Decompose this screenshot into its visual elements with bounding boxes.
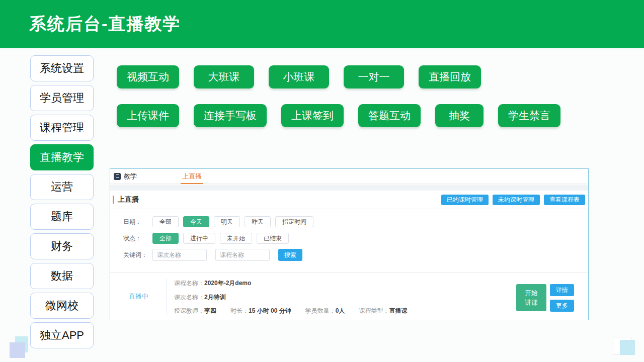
sidebar-item-micro-school[interactable]: 微网校 <box>30 293 94 319</box>
feature-live-replay[interactable]: 直播回放 <box>419 65 481 88</box>
detail-button[interactable]: 详情 <box>550 284 574 296</box>
feature-one-on-one[interactable]: 一对一 <box>344 65 404 88</box>
app-name: 教学 <box>124 172 137 181</box>
keyword-filter-row: 关键词： 搜索 <box>123 249 313 261</box>
date-option-today[interactable]: 今天 <box>183 216 209 227</box>
feature-quiz-interaction[interactable]: 答题互动 <box>358 104 421 127</box>
section-header-buttons: 已约课时管理 未约课时管理 查看课程表 <box>441 195 585 205</box>
status-filter-label: 状态： <box>123 234 152 243</box>
tab-go-live[interactable]: 上直播 <box>181 169 203 184</box>
students-pair: 学员数量：0人 <box>305 307 345 315</box>
record-divider <box>167 279 167 315</box>
lesson-name-value: 2月特训 <box>204 293 226 302</box>
teaching-app-icon <box>114 173 121 180</box>
start-teaching-button[interactable]: 开始讲课 <box>516 284 546 311</box>
status-filter-row: 状态： 全部 进行中 未开始 已结束 <box>123 232 313 244</box>
feature-mute-students[interactable]: 学生禁言 <box>498 104 560 127</box>
feature-large-class[interactable]: 大班课 <box>194 65 254 88</box>
sidebar-item-question-bank[interactable]: 题库 <box>30 204 94 230</box>
unbooked-lessons-button[interactable]: 未约课时管理 <box>493 195 540 205</box>
page-header: 系统后台-直播教学 <box>0 0 644 48</box>
view-timetable-button[interactable]: 查看课程表 <box>544 195 585 205</box>
record-details: 课程名称： 2020年-2月demo 课次名称： 2月特训 授课教师：李四 时长… <box>174 279 421 315</box>
filter-area: 日期： 全部 今天 明天 昨天 指定时间 状态： 全部 进行中 未开始 已结束 <box>123 216 313 265</box>
sidebar-item-course-management[interactable]: 课程管理 <box>30 115 94 141</box>
lesson-name-label: 课次名称： <box>174 293 204 302</box>
feature-upload-courseware[interactable]: 上传课件 <box>117 104 179 127</box>
date-option-all[interactable]: 全部 <box>152 216 179 227</box>
sidebar-item-operations[interactable]: 运营 <box>30 174 94 200</box>
status-option-ended[interactable]: 已结束 <box>257 233 289 244</box>
live-course-row: 直播中 课程名称： 2020年-2月demo 课次名称： 2月特训 授课教师：李… <box>110 272 588 320</box>
date-option-tomorrow[interactable]: 明天 <box>214 216 240 227</box>
section-title-text: 上直播 <box>118 195 139 204</box>
app-window: 系统后台-直播教学 系统设置 学员管理 课程管理 直播教学 运营 题库 财务 数… <box>0 0 644 362</box>
date-option-custom[interactable]: 指定时间 <box>275 216 313 227</box>
course-name-label: 课程名称： <box>174 279 204 288</box>
admin-panel: 教学 上直播 上直播 已约课时管理 未约课时管理 查看课程表 日期： 全部 今天… <box>110 168 589 320</box>
course-name-value: 2020年-2月demo <box>204 279 251 288</box>
feature-handwriting-board[interactable]: 连接手写板 <box>194 104 267 127</box>
status-option-ongoing[interactable]: 进行中 <box>183 233 215 244</box>
duration-pair: 时长：15 小时 00 分钟 <box>230 307 291 315</box>
course-meta-line: 授课教师：李四 时长：15 小时 00 分钟 学员数量：0人 课程类型：直播课 <box>174 307 421 315</box>
feature-class-checkin[interactable]: 上课签到 <box>281 104 344 127</box>
section-header: 上直播 已约课时管理 未约课时管理 查看课程表 <box>110 191 588 209</box>
keyword-filter-label: 关键词： <box>123 251 152 259</box>
course-name-input[interactable] <box>215 249 270 261</box>
sidebar-item-live-teaching[interactable]: 直播教学 <box>30 144 94 170</box>
course-name-line: 课程名称： 2020年-2月demo <box>174 279 421 288</box>
status-option-all[interactable]: 全部 <box>152 233 179 244</box>
date-filter-label: 日期： <box>123 218 152 226</box>
feature-row-2: 上传课件 连接手写板 上课签到 答题互动 抽奖 学生禁言 <box>117 104 560 127</box>
feature-row-1: 视频互动 大班课 小班课 一对一 直播回放 <box>117 65 481 88</box>
record-actions: 开始讲课 详情 更多 <box>516 284 574 312</box>
date-filter-row: 日期： 全部 今天 明天 昨天 指定时间 <box>123 216 313 228</box>
feature-video-interaction[interactable]: 视频互动 <box>117 65 179 88</box>
status-option-not-started[interactable]: 未开始 <box>220 233 252 244</box>
sidebar: 系统设置 学员管理 课程管理 直播教学 运营 题库 财务 数据 微网校 独立AP… <box>30 55 94 352</box>
page-title: 系统后台-直播教学 <box>0 13 181 36</box>
tabbar-divider-strip <box>110 185 588 191</box>
more-button[interactable]: 更多 <box>550 300 574 312</box>
sidebar-item-system-settings[interactable]: 系统设置 <box>30 55 94 81</box>
feature-lucky-draw[interactable]: 抽奖 <box>435 104 484 127</box>
lesson-name-input[interactable] <box>152 249 207 261</box>
section-title: 上直播 <box>113 195 139 204</box>
date-option-yesterday[interactable]: 昨天 <box>245 216 271 227</box>
search-button[interactable]: 搜索 <box>278 249 302 261</box>
lesson-name-line: 课次名称： 2月特训 <box>174 293 421 302</box>
booked-lessons-button[interactable]: 已约课时管理 <box>441 195 489 205</box>
section-accent-bar <box>113 196 114 204</box>
sidebar-item-finance[interactable]: 财务 <box>30 233 94 259</box>
panel-tabbar: 教学 上直播 <box>110 169 588 184</box>
teacher-pair: 授课教师：李四 <box>174 307 216 315</box>
live-status-badge: 直播中 <box>110 273 167 320</box>
decor-square-bottom-left-lavender <box>10 342 25 358</box>
decor-square-bottom-right-cyan <box>620 340 635 355</box>
feature-small-class[interactable]: 小班课 <box>269 65 329 88</box>
sidebar-item-data[interactable]: 数据 <box>30 263 94 289</box>
course-type-pair: 课程类型：直播课 <box>359 307 407 315</box>
sidebar-item-standalone-app[interactable]: 独立APP <box>30 322 94 348</box>
sidebar-item-student-management[interactable]: 学员管理 <box>30 85 94 111</box>
